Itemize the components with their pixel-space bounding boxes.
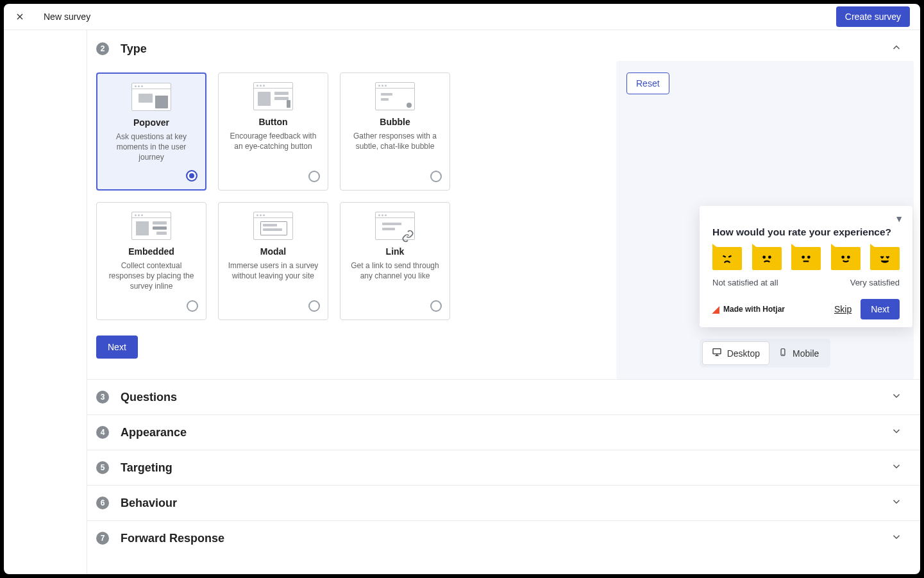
top-bar: New survey Create survey [4, 4, 920, 30]
scale-high-label: Very satisfied [850, 278, 900, 287]
card-title: Bubble [380, 117, 410, 127]
page-title: New survey [44, 12, 90, 22]
device-desktop-button[interactable]: Desktop [702, 341, 769, 365]
preview-pane: Reset ▼ How would you rate your experien… [616, 61, 914, 379]
type-card-button[interactable]: Button Encourage feedback with an eye-ca… [218, 72, 328, 191]
card-title: Link [386, 246, 405, 257]
step-number-badge: 2 [96, 42, 109, 55]
link-icon [401, 230, 414, 245]
radio-icon[interactable] [430, 300, 442, 312]
section-row-forward-response[interactable]: 7 Forward Response [87, 520, 920, 556]
emoji-rating-2-icon[interactable] [752, 247, 782, 270]
card-desc: Immerse users in a survey without leavin… [226, 260, 320, 281]
card-title: Button [258, 117, 287, 127]
reset-button[interactable]: Reset [626, 72, 669, 94]
create-survey-button[interactable]: Create survey [836, 6, 910, 27]
section-title: Behaviour [121, 497, 177, 510]
radio-icon[interactable] [186, 170, 197, 182]
skip-button[interactable]: Skip [834, 304, 852, 314]
chevron-down-icon [891, 390, 902, 404]
section-title: Targeting [121, 461, 172, 475]
section-row-appearance[interactable]: 4 Appearance [87, 414, 920, 450]
chevron-down-icon [891, 531, 902, 545]
hotjar-logo-icon: ◢ [712, 304, 719, 314]
svg-point-4 [842, 257, 844, 259]
survey-popover-preview: ▼ How would you rate your experience? No… [700, 206, 912, 327]
preview-next-button[interactable]: Next [861, 299, 900, 319]
type-card-embedded[interactable]: Embedded Collect contextual responses by… [96, 202, 206, 320]
radio-icon[interactable] [308, 300, 320, 312]
step-next-button[interactable]: Next [96, 336, 138, 359]
type-card-modal[interactable]: Modal Immerse users in a survey without … [218, 202, 328, 320]
radio-icon[interactable] [308, 171, 320, 182]
svg-point-0 [763, 257, 765, 259]
type-card-bubble[interactable]: Bubble Gather responses with a subtle, c… [340, 72, 450, 191]
card-title: Modal [260, 246, 286, 257]
type-card-popover[interactable]: Popover Ask questions at key moments in … [96, 72, 206, 191]
step-number-badge: 7 [96, 532, 109, 545]
step-number-badge: 6 [96, 497, 109, 509]
svg-point-1 [769, 257, 771, 259]
card-desc: Get a link to send through any channel y… [348, 260, 442, 281]
close-icon[interactable] [14, 11, 26, 22]
card-title: Popover [133, 117, 169, 128]
step-number-badge: 4 [96, 426, 109, 439]
made-with-hotjar[interactable]: ◢ Made with Hotjar [712, 304, 785, 314]
card-desc: Gather responses with a subtle, chat-lik… [348, 131, 442, 151]
step-header-type[interactable]: 2 Type [87, 30, 920, 56]
step-number-badge: 5 [96, 461, 109, 474]
svg-point-5 [848, 257, 850, 259]
desktop-icon [712, 347, 722, 359]
mobile-icon [778, 347, 787, 359]
type-card-link[interactable]: Link Get a link to send through any chan… [340, 202, 450, 320]
chevron-down-icon [891, 496, 902, 510]
step-title: Type [121, 42, 147, 56]
card-desc: Encourage feedback with an eye-catching … [226, 131, 320, 151]
card-desc: Collect contextual responses by placing … [105, 260, 198, 292]
card-title: Embedded [128, 246, 174, 257]
section-title: Forward Response [121, 532, 224, 545]
radio-icon[interactable] [187, 300, 198, 312]
rating-emoji-row [712, 247, 900, 270]
section-title: Appearance [121, 426, 187, 439]
device-toggle: Desktop Mobile [700, 339, 831, 368]
preview-question: How would you rate your experience? [712, 226, 900, 238]
section-row-targeting[interactable]: 5 Targeting [87, 450, 920, 485]
section-row-behaviour[interactable]: 6 Behaviour [87, 485, 920, 520]
radio-icon[interactable] [430, 171, 442, 182]
emoji-rating-3-icon[interactable] [791, 247, 821, 270]
step-number-badge: 3 [96, 391, 109, 404]
section-row-questions[interactable]: 3 Questions [87, 379, 920, 414]
device-mobile-button[interactable]: Mobile [769, 341, 828, 365]
chevron-down-icon [891, 461, 902, 475]
svg-rect-6 [713, 349, 721, 354]
emoji-rating-5-icon[interactable] [870, 247, 900, 270]
chevron-up-icon[interactable] [891, 42, 902, 56]
emoji-rating-1-icon[interactable] [712, 247, 742, 270]
scale-low-label: Not satisfied at all [712, 278, 778, 287]
type-cards-grid: Popover Ask questions at key moments in … [96, 72, 450, 320]
section-title: Questions [121, 391, 177, 404]
svg-point-2 [802, 257, 804, 259]
svg-point-3 [808, 257, 810, 259]
svg-point-8 [783, 354, 784, 355]
caret-down-icon[interactable]: ▼ [895, 214, 903, 224]
emoji-rating-4-icon[interactable] [831, 247, 861, 270]
chevron-down-icon [891, 425, 902, 439]
card-desc: Ask questions at key moments in the user… [105, 132, 197, 163]
